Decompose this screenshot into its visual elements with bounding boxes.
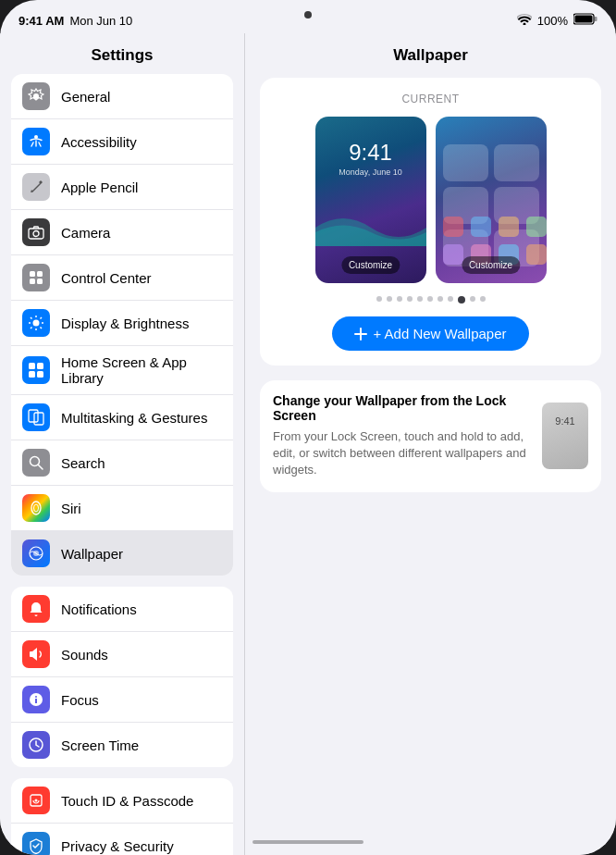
privacy-label: Privacy & Security [61,838,222,854]
home-screen-icon [22,356,50,384]
wallpaper-previews: 9:41 Monday, June 10 Customize [275,117,586,283]
touch-id-label: Touch ID & Passcode [61,793,222,809]
svg-rect-20 [29,363,35,369]
svg-rect-25 [34,413,43,425]
sidebar-item-screen-time[interactable]: Screen Time [11,723,233,767]
lock-customize-btn[interactable]: Customize [341,256,400,274]
dot-2 [387,296,392,302]
sidebar-item-sounds[interactable]: Sounds [11,632,233,677]
sidebar-item-wallpaper[interactable]: Wallpaper [11,531,233,576]
screen-time-icon [22,731,50,759]
sidebar-item-search[interactable]: Search [11,440,233,486]
widget-1 [443,144,488,181]
svg-rect-9 [30,279,35,284]
app-dot-2 [471,217,491,237]
content-area: Wallpaper CURRENT 9:41 Monday, June 10 [245,33,616,855]
svg-rect-23 [37,371,43,378]
svg-point-6 [33,231,39,237]
display-icon [22,309,50,337]
home-indicator [253,840,363,844]
touch-id-icon [22,787,50,814]
battery-text: 100% [537,14,568,28]
app-dot-1 [443,217,463,237]
apple-pencil-label: Apple Pencil [61,180,222,195]
info-preview: 9:41 [542,403,588,469]
dot-10 [470,296,475,302]
home-screen-label: Home Screen & App Library [61,354,222,386]
dot-3 [397,296,402,302]
sidebar-item-focus[interactable]: Focus [11,677,233,723]
sidebar-item-privacy[interactable]: Privacy & Security [11,824,233,855]
dot-4 [407,296,413,302]
sidebar-item-siri[interactable]: Siri [11,486,233,531]
focus-icon [22,686,50,713]
sidebar-title: Settings [0,33,244,74]
accessibility-label: Accessibility [61,134,222,150]
widget-2 [494,144,539,181]
info-preview-time: 9:41 [555,415,574,427]
sidebar-section-3: Touch ID & Passcode Privacy & Security [11,778,233,855]
sidebar-section-2: Notifications Sounds Focus [11,587,233,767]
svg-line-18 [41,317,43,319]
svg-line-27 [39,465,43,470]
svg-line-17 [41,328,43,329]
lock-time: 9:41 [349,140,392,166]
svg-rect-10 [37,279,43,284]
multitasking-label: Multitasking & Gestures [61,410,222,426]
add-wallpaper-label: + Add New Wallpaper [373,326,506,341]
add-wallpaper-button[interactable]: + Add New Wallpaper [332,316,528,351]
info-card: Change your Wallpaper from the Lock Scre… [260,380,601,492]
svg-line-16 [31,317,32,319]
svg-point-11 [33,320,40,327]
sidebar-item-touch-id[interactable]: Touch ID & Passcode [11,778,233,824]
dot-6 [427,296,433,302]
general-icon [22,82,50,110]
general-label: General [61,89,222,105]
battery-icon [573,12,598,29]
sounds-label: Sounds [61,647,222,663]
top-camera [304,11,312,19]
sidebar-item-multitasking[interactable]: Multitasking & Gestures [11,395,233,440]
home-screen-preview[interactable]: Customize [436,117,547,283]
accessibility-icon [22,128,50,155]
apple-pencil-icon [22,173,50,201]
main-layout: Settings General Accessibility [0,0,616,855]
sidebar-item-general[interactable]: General [11,74,233,119]
svg-rect-8 [37,271,43,277]
home-customize-btn[interactable]: Customize [462,256,520,274]
svg-line-19 [31,328,32,329]
sidebar-item-display[interactable]: Display & Brightness [11,301,233,346]
svg-point-29 [34,504,39,512]
lock-screen-preview[interactable]: 9:41 Monday, June 10 Customize [315,117,426,283]
dot-7 [437,296,443,302]
control-center-icon [22,264,50,291]
control-center-label: Control Center [61,270,222,286]
dots-indicator [275,296,586,304]
svg-point-34 [35,799,38,802]
wallpaper-content: CURRENT 9:41 Monday, June 10 C [245,78,616,492]
dot-1 [376,296,382,302]
app-dot-5 [443,244,463,265]
app-dot-8 [526,244,547,265]
search-icon [22,449,50,477]
multitasking-icon [22,403,50,431]
sidebar-item-home-screen[interactable]: Home Screen & App Library [11,346,233,395]
sidebar-item-apple-pencil[interactable]: Apple Pencil [11,165,233,210]
siri-label: Siri [61,501,222,516]
app-dot-3 [499,217,519,237]
sidebar-section-1: General Accessibility Apple Pencil [11,74,233,576]
wifi-icon [517,13,532,28]
sidebar-item-notifications[interactable]: Notifications [11,587,233,632]
sounds-icon [22,640,50,668]
content-title: Wallpaper [245,33,616,78]
svg-rect-5 [29,229,43,239]
dot-9 [458,296,465,304]
sidebar-item-camera[interactable]: Camera [11,210,233,255]
current-label: CURRENT [275,93,586,105]
wallpaper-label: Wallpaper [61,546,222,562]
svg-rect-2 [575,16,593,23]
svg-point-28 [31,502,41,514]
dot-8 [448,296,453,302]
sidebar-item-control-center[interactable]: Control Center [11,255,233,301]
sidebar-item-accessibility[interactable]: Accessibility [11,119,233,165]
